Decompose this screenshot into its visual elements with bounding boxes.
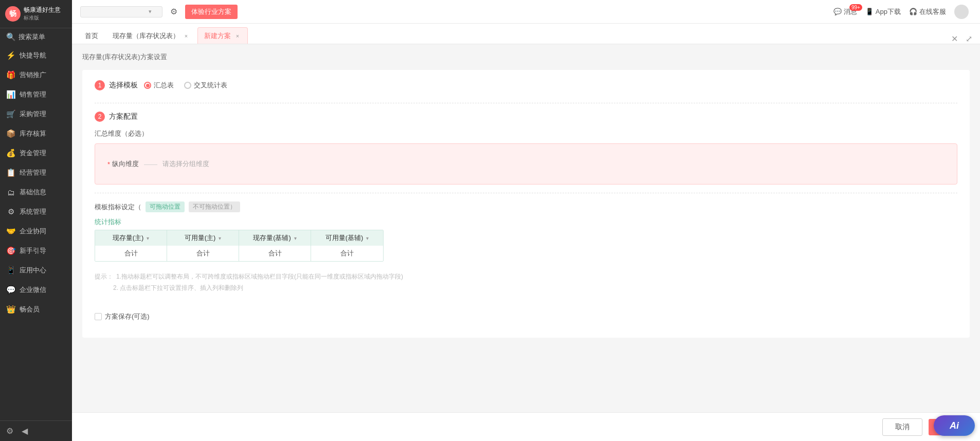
stats-col-header-1[interactable]: 可用量(主) ▾	[167, 230, 239, 246]
tab-inventory-status[interactable]: 现存量（库存状况表） ×	[106, 27, 196, 44]
sidebar-item-label: 新手引导	[20, 246, 46, 255]
stats-col-label-0: 现存量(主)	[113, 233, 144, 243]
topbar-search-area[interactable]: ▾	[80, 6, 162, 17]
close-inventory-tab-icon[interactable]: ×	[183, 32, 190, 40]
section-divider-1	[95, 103, 957, 103]
content-area: 现存量(库存状况表)方案设置 1 选择模板 汇总表	[72, 44, 980, 412]
stats-col-header-0[interactable]: 现存量(主) ▾	[95, 230, 167, 246]
sidebar-item-label: 采购管理	[20, 109, 46, 119]
sidebar-item-purchase[interactable]: 🛒 采购管理	[0, 104, 72, 124]
radio-summary-circle	[144, 82, 151, 89]
sidebar-item-label: 经营管理	[20, 168, 46, 177]
app-center-icon: 📱	[6, 266, 15, 275]
sidebar-item-label: 销售管理	[20, 90, 46, 99]
sidebar-item-label: 畅会员	[20, 305, 40, 314]
ai-button[interactable]: Ai	[934, 415, 975, 436]
tab-new-plan[interactable]: 新建方案 ×	[197, 27, 248, 44]
topbar-right: 💬 消息 99+ 📱 App下载 🎧 在线客服	[833, 5, 972, 19]
online-service-label: 在线客服	[919, 7, 946, 16]
newbie-icon: 🎯	[6, 246, 15, 255]
sidebar-item-search-menu[interactable]: 🔍 搜索菜单	[0, 28, 72, 46]
topbar-gear-icon[interactable]: ⚙	[167, 5, 181, 19]
sidebar-item-basic-info[interactable]: 🗂 基础信息	[0, 182, 72, 202]
metrics-label-row: 模板指标设定（ 可拖动位置 不可拖动位置）	[95, 201, 957, 212]
cancel-button[interactable]: 取消	[882, 418, 922, 436]
stats-section-label: 统计指标	[95, 217, 957, 227]
home-tab-label: 首页	[85, 31, 98, 41]
app-logo-icon: 畅	[5, 6, 21, 22]
industry-plan-button[interactable]: 体验行业方案	[185, 5, 238, 19]
radio-crosstab[interactable]: 交叉统计表	[184, 81, 227, 90]
sidebar-item-finance[interactable]: 💰 资金管理	[0, 143, 72, 163]
step2-badge: 2	[95, 112, 105, 122]
tab-home[interactable]: 首页	[78, 27, 105, 44]
step2-title: 方案配置	[109, 112, 138, 121]
sidebar-item-marketing[interactable]: 🎁 营销推广	[0, 65, 72, 85]
sidebar-item-inventory[interactable]: 📦 库存核算	[0, 124, 72, 143]
sidebar-item-app-center[interactable]: 📱 应用中心	[0, 261, 72, 280]
collapse-sidebar-icon[interactable]: ◀	[22, 426, 28, 436]
tag-not-draggable: 不可拖动位置）	[189, 201, 240, 212]
col-chevron-1: ▾	[219, 235, 221, 241]
sidebar-item-system[interactable]: ⚙ 系统管理	[0, 202, 72, 222]
sidebar-item-label: 搜索菜单	[19, 32, 45, 42]
phone-icon: 📱	[865, 8, 874, 15]
topbar-left: ▾ ⚙ 体验行业方案	[80, 5, 828, 19]
stats-col-label-2: 现存量(基辅)	[253, 233, 291, 243]
required-marker: *	[107, 160, 110, 168]
tips-item-0: 提示： 1.拖动标题栏可以调整布局，不可跨维度或指标区域拖动栏目字段(只能在同一…	[95, 271, 957, 283]
expand-window-icon[interactable]: ⤢	[964, 33, 974, 44]
messages-badge: 99+	[849, 4, 862, 11]
sidebar-item-label: 应用中心	[20, 266, 46, 275]
wechat-icon: 💬	[6, 285, 15, 295]
inventory-icon: 📦	[6, 129, 15, 138]
purchase-icon: 🛒	[6, 109, 15, 119]
stats-col-label-1: 可用量(主)	[185, 233, 216, 243]
app-name: 畅康通好生意	[24, 6, 61, 14]
sidebar-item-member[interactable]: 👑 畅会员	[0, 300, 72, 319]
online-service-button[interactable]: 🎧 在线客服	[909, 7, 946, 16]
settings-icon[interactable]: ⚙	[6, 426, 13, 436]
stats-col-header-3[interactable]: 可用量(基辅) ▾	[311, 230, 383, 246]
search-dropdown-icon[interactable]: ▾	[149, 8, 152, 15]
radio-crosstab-circle	[184, 82, 191, 89]
stats-cell-0: 合计	[95, 246, 167, 261]
step1-title: 选择模板	[109, 81, 138, 90]
finance-icon: 💰	[6, 149, 15, 158]
step1-section: 1 选择模板 汇总表 交叉统计表	[95, 80, 957, 90]
page-title: 现存量(库存状况表)方案设置	[82, 52, 970, 62]
app-download-label: App下载	[876, 7, 901, 16]
topbar-search-input[interactable]	[85, 8, 147, 15]
save-checkbox[interactable]	[95, 313, 102, 320]
sidebar-item-sales[interactable]: 📊 销售管理	[0, 85, 72, 104]
user-menu[interactable]	[954, 5, 972, 19]
message-icon: 💬	[833, 8, 842, 15]
dimension-label: 汇总维度（必选）	[95, 129, 957, 138]
stats-col-label-3: 可用量(基辅)	[325, 233, 364, 243]
sidebar-item-label: 企业协同	[20, 227, 46, 236]
sidebar-item-label: 企业微信	[20, 285, 46, 295]
sidebar-item-operations[interactable]: 📋 经营管理	[0, 163, 72, 182]
sidebar-logo: 畅 畅康通好生意 标准版	[0, 0, 72, 28]
messages-button[interactable]: 💬 消息 99+	[833, 7, 857, 16]
radio-summary[interactable]: 汇总表	[144, 81, 174, 90]
app-download-button[interactable]: 📱 App下载	[865, 7, 901, 16]
sidebar-item-contract[interactable]: 🤝 企业协同	[0, 222, 72, 241]
basic-info-icon: 🗂	[6, 188, 15, 197]
quick-nav-icon: ⚡	[6, 51, 15, 60]
col-chevron-0: ▾	[147, 235, 149, 241]
stats-col-header-2[interactable]: 现存量(基辅) ▾	[239, 230, 311, 246]
tips-text-1: 2. 点击标题栏下拉可设置排序、插入列和删除列	[113, 283, 243, 294]
sidebar-item-newbie[interactable]: 🎯 新手引导	[0, 241, 72, 261]
sidebar-item-wechat[interactable]: 💬 企业微信	[0, 280, 72, 300]
operations-icon: 📋	[6, 168, 15, 177]
radio-crosstab-label: 交叉统计表	[194, 81, 227, 90]
metrics-label-text: 模板指标设定（	[95, 203, 141, 212]
close-new-plan-tab-icon[interactable]: ×	[234, 32, 241, 40]
save-checkbox-row: 方案保存(可选)	[95, 312, 957, 321]
ai-button-label: Ai	[950, 420, 959, 431]
sidebar: 畅 畅康通好生意 标准版 🔍 搜索菜单 ⚡ 快捷导航 🎁 营销推广 📊 销售管理…	[0, 0, 72, 441]
sidebar-item-quick-nav[interactable]: ⚡ 快捷导航	[0, 46, 72, 65]
close-window-icon[interactable]: ✕	[949, 33, 959, 44]
save-section: 方案保存(可选)	[95, 306, 957, 327]
